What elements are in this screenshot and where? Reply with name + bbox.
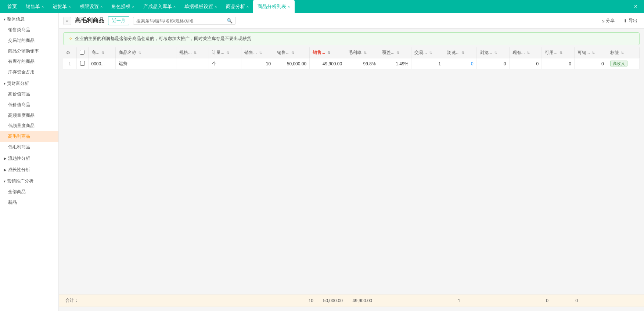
arrow-down-icon-marketing: ▾ <box>4 179 6 183</box>
sidebar-item-new-goods[interactable]: 新品 <box>0 197 58 208</box>
col-available[interactable]: 可用... ⇅ <box>542 47 575 58</box>
search-icon[interactable]: 🔍 <box>227 18 233 23</box>
sidebar-item-low-margin[interactable]: 低毛利商品 <box>0 142 58 152</box>
cell-sales-cost: 49,900.00 <box>310 58 345 69</box>
nav-close-role[interactable]: × <box>132 0 134 13</box>
table-container[interactable]: ⚙ 商... ⇅ 商品名称 ⇅ <box>59 47 644 294</box>
col-trade[interactable]: 交易... ⇅ <box>411 47 444 58</box>
nav-close-product-entry[interactable]: × <box>173 0 176 13</box>
share-button[interactable]: ⎋ 分享 <box>600 17 617 25</box>
cell-gross-rate: 99.8% <box>345 58 379 69</box>
main-layout: ▾ 整体信息 销售类商品 交易过的商品 商品分辅助销率 有库存的商品 库存资金占… <box>0 13 644 311</box>
cell-cover: 1.49% <box>379 58 411 69</box>
share-icon: ⎋ <box>602 18 604 23</box>
sort-icon-unit: ⇅ <box>226 51 229 55</box>
sidebar-item-traded-goods[interactable]: 交易过的商品 <box>0 35 58 46</box>
col-saleable[interactable]: 可销... ⇅ <box>574 47 607 58</box>
cell-sales-amt: 50,000.00 <box>274 58 310 69</box>
alert-banner: ✧ 企业的主要的利润都是这部分商品创造的，可考虑加大推广，同时关注库存是不要出现… <box>63 32 640 45</box>
sidebar-group-wealth[interactable]: ▾ 贡财富分析 <box>0 77 58 89</box>
col-sales-cost[interactable]: 销售... ⇅ <box>310 47 345 58</box>
sort-icon-trade: ⇅ <box>429 51 432 55</box>
arrow-down-icon-wealth: ▾ <box>4 82 6 86</box>
sidebar-group-growth[interactable]: ▶ 成长性分析 <box>0 164 58 175</box>
alert-icon: ✧ <box>69 36 73 41</box>
sort-icon-browse1: ⇅ <box>461 51 464 55</box>
nav-close-bill-template[interactable]: × <box>215 0 217 13</box>
nav-sales-order[interactable]: 销售单 × <box>21 0 48 13</box>
sidebar-item-high-margin[interactable]: 高毛利商品 <box>0 131 58 142</box>
table-header-row: ⚙ 商... ⇅ 商品名称 ⇅ <box>63 47 640 58</box>
select-all-checkbox[interactable] <box>80 50 84 55</box>
table-row: 1 0000... 运费 个 10 50,000.00 49,900.00 99… <box>63 58 640 69</box>
nav-close-purchase[interactable]: × <box>68 0 71 13</box>
col-unit[interactable]: 计量... ⇅ <box>209 47 241 58</box>
sort-icon-browse2: ⇅ <box>494 51 497 55</box>
cell-name: 运费 <box>115 58 176 69</box>
sort-icon-spec: ⇅ <box>194 51 197 55</box>
nav-close-goods-analysis[interactable]: × <box>247 0 249 13</box>
row-checkbox[interactable] <box>80 61 85 66</box>
sidebar-group-overall[interactable]: ▾ 整体信息 <box>0 13 58 25</box>
filter-recent-month-button[interactable]: 近一月 <box>108 16 129 25</box>
col-browse1[interactable]: 浏览... ⇅ <box>444 47 477 58</box>
col-spec[interactable]: 规格... ⇅ <box>176 47 209 58</box>
sidebar-item-sales-goods[interactable]: 销售类商品 <box>0 25 58 35</box>
footer-current-stock: 0 <box>522 298 551 303</box>
footer-available: 0 <box>551 298 581 303</box>
col-code[interactable]: 商... ⇅ <box>88 47 115 58</box>
search-box: 🔍 <box>133 17 236 25</box>
nav-bill-template[interactable]: 单据模板设置 × <box>180 0 221 13</box>
footer-sales-cost: 49,900.00 <box>346 298 375 303</box>
col-sales-qty[interactable]: 销售... ⇅ <box>241 47 274 58</box>
nav-role-auth[interactable]: 角色授权 × <box>107 0 138 13</box>
nav-product-entry[interactable]: 产成品入库单 × <box>139 0 180 13</box>
sidebar-group-marketing[interactable]: ▾ 营销推广分析 <box>0 175 58 187</box>
sidebar-item-low-value[interactable]: 低价值商品 <box>0 100 58 110</box>
nav-home[interactable]: 首页 <box>3 0 21 13</box>
col-browse2[interactable]: 浏览... ⇅ <box>476 47 509 58</box>
cell-tag: 高收入 <box>607 58 639 69</box>
footer-totals: 合计： 10 50,000.00 49,900.00 1 0 0 <box>59 294 644 307</box>
cell-current-stock: 0 <box>509 58 542 69</box>
horizontal-scrollbar[interactable] <box>59 307 644 311</box>
content-header: « 高毛利商品 近一月 🔍 ⎋ 分享 ⬆ 导出 <box>59 13 644 29</box>
col-checkbox[interactable] <box>76 47 88 58</box>
sidebar-item-high-value[interactable]: 高价值商品 <box>0 89 58 100</box>
sidebar-collapse-button[interactable]: « <box>63 17 71 25</box>
sidebar-item-analysis-assist[interactable]: 商品分辅助销率 <box>0 46 58 57</box>
col-current-stock[interactable]: 现有... ⇅ <box>509 47 542 58</box>
nav-close-goods-analysis-list[interactable]: × <box>288 0 290 13</box>
page-title: 高毛利商品 <box>75 17 104 25</box>
col-gross-rate[interactable]: 毛利率 ⇅ <box>345 47 379 58</box>
nav-permission-settings[interactable]: 权限设置 × <box>75 0 107 13</box>
sort-icon-sales-amt: ⇅ <box>291 51 294 55</box>
footer-sales-qty: 10 <box>287 298 316 303</box>
nav-purchase-order[interactable]: 进货单 × <box>48 0 75 13</box>
export-icon: ⬆ <box>623 18 627 23</box>
cell-checkbox[interactable] <box>76 58 88 69</box>
sidebar-item-inventory-capital[interactable]: 库存资金占用 <box>0 67 58 77</box>
nav-close-sales[interactable]: × <box>42 0 44 13</box>
col-name[interactable]: 商品名称 ⇅ <box>115 47 176 58</box>
cell-trade: 1 <box>411 58 444 69</box>
nav-close-permission[interactable]: × <box>100 0 102 13</box>
goods-table: ⚙ 商... ⇅ 商品名称 ⇅ <box>63 47 640 69</box>
sidebar-item-high-freq[interactable]: 高频量度商品 <box>0 110 58 121</box>
col-settings[interactable]: ⚙ <box>63 47 76 58</box>
sidebar-item-inventory-goods[interactable]: 有库存的商品 <box>0 56 58 67</box>
window-close-button[interactable]: × <box>630 3 641 10</box>
export-button[interactable]: ⬆ 导出 <box>621 17 640 25</box>
sidebar-item-low-freq[interactable]: 低频量度商品 <box>0 120 58 131</box>
cell-browse1[interactable]: 0 <box>444 58 477 69</box>
nav-goods-analysis-list[interactable]: 商品分析列表 × <box>253 0 294 13</box>
col-sales-amt[interactable]: 销售... ⇅ <box>274 47 310 58</box>
sort-icon-current-stock: ⇅ <box>527 51 530 55</box>
search-input[interactable] <box>136 18 225 23</box>
sort-icon-sales-qty: ⇅ <box>259 51 262 55</box>
col-tag[interactable]: 标签 ⇅ <box>607 47 639 58</box>
nav-goods-analysis[interactable]: 商品分析 × <box>222 0 253 13</box>
col-cover[interactable]: 覆盖... ⇅ <box>379 47 411 58</box>
sidebar-item-all-goods[interactable]: 全部商品 <box>0 187 58 197</box>
sidebar-group-trend[interactable]: ▶ 流趋性分析 <box>0 152 58 164</box>
